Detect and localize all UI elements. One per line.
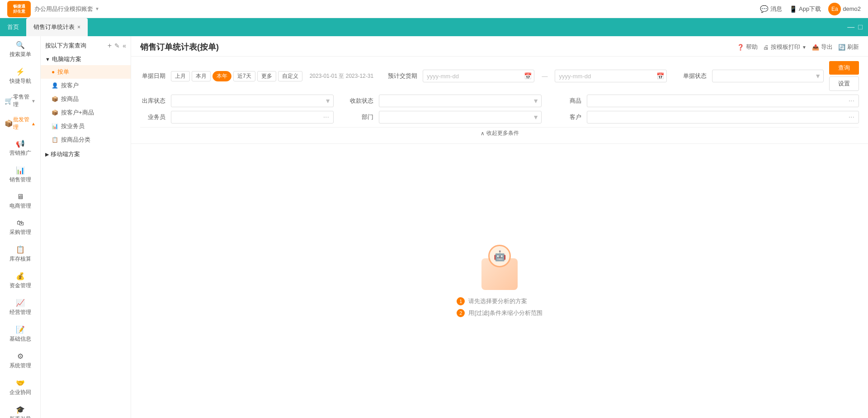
sidebar-item-retail[interactable]: 🛒 零售管理 ▼ [0,90,40,112]
date-btn-more[interactable]: 更多 [257,71,276,81]
retail-arrow-icon: ▼ [31,99,36,104]
scheme-item-by-order[interactable]: ● 按单 [41,65,131,79]
expected-date-from-input[interactable] [423,70,534,82]
bill-status-input[interactable] [712,70,824,82]
sidebar-item-purchase[interactable]: 🛍 采购管理 [0,214,40,241]
receipt-status-label: 收款状态 [348,97,373,105]
add-scheme-icon[interactable]: + [108,42,112,50]
scheme-group-pc-header[interactable]: ▼ 电脑端方案 [41,53,131,65]
date-btn-group: 上月 本月 本年 近7天 更多 自定义 [171,71,302,81]
calendar-to-icon: 📅 [656,72,664,80]
message-btn[interactable]: 💬 消息 [760,5,782,13]
scheme-item-by-category[interactable]: 📋 按商品分类 [41,133,131,147]
action-btns: 查询 设置 [829,61,859,91]
expected-date-to-input[interactable] [555,70,666,82]
help-label: 帮助 [746,43,758,51]
tab-home[interactable]: 首页 [0,18,26,36]
salesman-ellipsis-icon[interactable]: ··· [321,113,331,121]
empty-robot-shape: 🤖 [488,245,511,267]
sidebar-item-basic-label: 基础信息 [9,335,31,343]
maximize-icon[interactable]: □ [858,23,863,31]
scheme-by-category-icon: 📋 [52,137,58,143]
empty-tips: 1 请先选择要分析的方案 2 用[过滤]条件来缩小分析范围 [457,297,542,317]
scheme-group-mobile-header[interactable]: ▶ 移动端方案 [41,148,131,160]
scheme-by-product-icon: 📦 [52,96,58,102]
query-button[interactable]: 查询 [829,61,859,75]
message-label: 消息 [770,5,782,13]
date-btn-7days[interactable]: 近7天 [233,71,255,81]
tab-close-icon[interactable]: × [77,24,80,30]
scheme-by-customer-label: 按客户 [61,81,79,90]
sidebar-item-finance[interactable]: 💰 资金管理 [0,267,40,294]
date-range-text: 2023-01-01 至 2023-12-31 [310,72,373,80]
delivery-status-wrap: ▼ [171,95,334,107]
date-btn-this-year[interactable]: 本年 [212,71,231,81]
sidebar-item-newbie[interactable]: 🎓 新手引导 [0,401,40,418]
customer-ellipsis-icon[interactable]: ··· [847,113,856,121]
collapse-icon: ∧ [481,130,485,137]
scheme-item-by-product[interactable]: 📦 按商品 [41,92,131,106]
date-separator: — [542,73,547,80]
sidebar-item-sales-label: 销售管理 [9,176,31,184]
sidebar-item-sales[interactable]: 📊 销售管理 [0,162,40,188]
scheme-by-customer-icon: 👤 [52,82,58,89]
date-btn-last-month[interactable]: 上月 [171,71,190,81]
collapse-panel-icon[interactable]: « [123,42,126,49]
template-print-btn[interactable]: 🖨 按模板打印 ▼ [763,43,807,51]
department-input[interactable] [379,111,542,124]
sidebar-item-marketing-label: 营销推广 [9,149,31,157]
calendar-icon: 📅 [524,72,532,80]
export-label: 导出 [821,43,833,51]
marketing-icon: 📢 [16,139,25,148]
salesman-input[interactable] [171,111,334,124]
delivery-status-input[interactable] [171,95,334,107]
user-menu[interactable]: Ea demo2 [828,3,861,15]
empty-illustration: 🤖 [477,245,522,290]
empty-tip-1-text: 请先选择要分析的方案 [468,297,527,305]
tab-sales-order-stat[interactable]: 销售订单统计表 × [26,18,88,36]
sidebar-item-system[interactable]: ⚙ 系统管理 [0,347,40,374]
scheme-group-mobile-label: 移动端方案 [51,150,80,158]
filter-row-2: 出库状态 ▼ 收款状态 ▼ 商品 [140,95,859,107]
refresh-btn[interactable]: 🔄 刷新 [838,43,859,51]
minimize-icon[interactable]: — [847,23,854,31]
help-btn[interactable]: ❓ 帮助 [737,43,758,51]
goods-input[interactable] [587,95,859,107]
customer-wrap: ··· [587,111,859,124]
app-title-dropdown[interactable]: 办公用品行业模拟账套 ▼ [34,5,99,13]
user-name: demo2 [843,5,861,12]
export-btn[interactable]: 📤 导出 [812,43,833,51]
sidebar-item-ecommerce[interactable]: 🖥 电商管理 [0,188,40,214]
topbar-right: 💬 消息 📱 App下载 Ea demo2 [760,3,861,15]
scheme-item-by-salesman[interactable]: 📊 按业务员 [41,119,131,133]
date-btn-custom[interactable]: 自定义 [278,71,302,81]
sidebar-item-search[interactable]: 🔍 搜索菜单 [0,36,40,63]
sidebar-item-marketing[interactable]: 📢 营销推广 [0,135,40,162]
goods-ellipsis-icon[interactable]: ··· [847,97,856,105]
sidebar-item-inventory[interactable]: 📋 库存核算 [0,241,40,267]
app-download-btn[interactable]: 📱 App下载 [789,5,821,13]
scheme-item-by-cust-prod[interactable]: 📦 按客户+商品 [41,106,131,119]
sidebar-item-basic[interactable]: 📝 基础信息 [0,321,40,347]
basic-icon: 📝 [16,325,25,334]
scheme-group-pc-arrow: ▼ [45,57,50,62]
sidebar-item-operation[interactable]: 📈 经营管理 [0,294,40,321]
settings-button[interactable]: 设置 [829,76,859,91]
collapse-conditions-btn[interactable]: ∧ 收起更多条件 [140,127,859,139]
edit-scheme-icon[interactable]: ✎ [114,42,120,49]
ecommerce-icon: 🖥 [17,193,24,201]
sidebar-item-quicknav[interactable]: ⚡ 快捷导航 [0,63,40,90]
system-icon: ⚙ [17,352,24,361]
scheme-item-by-customer[interactable]: 👤 按客户 [41,79,131,92]
wholesale-arrow-icon: ▲ [31,121,36,126]
goods-field: ··· [587,95,859,107]
scheme-group-pc-label: 电脑端方案 [52,55,81,63]
expected-date-from-wrap: 📅 [423,70,534,82]
date-btn-this-month[interactable]: 本月 [192,71,211,81]
newbie-icon: 🎓 [16,405,25,414]
customer-input[interactable] [587,111,859,124]
scheme-by-salesman-label: 按业务员 [61,122,85,130]
receipt-status-input[interactable] [379,95,542,107]
sidebar-item-wholesale[interactable]: 📦 批发管理 ▲ [0,112,40,135]
sidebar-item-corp[interactable]: 🤝 企业协同 [0,374,40,401]
